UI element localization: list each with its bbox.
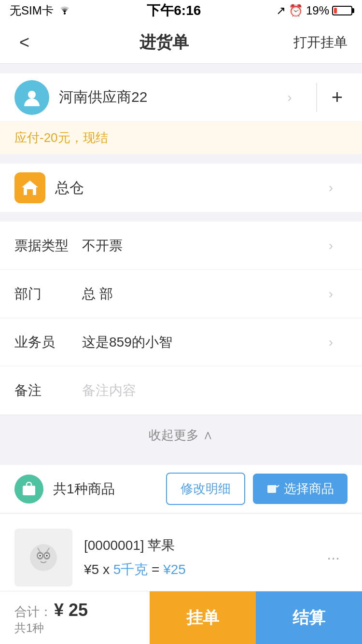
salesman-label: 业务员 xyxy=(14,333,82,351)
add-supplier-button[interactable]: + xyxy=(327,82,348,113)
status-bar: 无SIM卡 下午6:16 ↗ ⏰ 19% xyxy=(0,0,362,21)
nav-bar: < 进货单 打开挂单 xyxy=(0,21,362,64)
supplier-chevron-icon: › xyxy=(287,90,292,105)
product-name: [0000001] 苹果 xyxy=(84,536,319,555)
invoice-chevron-icon: › xyxy=(329,238,333,253)
quantity-value: 5千克 xyxy=(113,562,148,577)
select-product-button[interactable]: 选择商品 xyxy=(253,474,348,504)
back-button[interactable]: < xyxy=(14,28,34,57)
checkout-button[interactable]: 结算 xyxy=(256,591,362,644)
home-icon xyxy=(21,179,39,197)
svg-rect-2 xyxy=(27,189,33,195)
supplier-avatar xyxy=(14,80,49,115)
select-label: 选择商品 xyxy=(284,480,334,497)
status-time: 下午6:16 xyxy=(147,1,201,20)
invoice-row[interactable]: 票据类型 不开票 › xyxy=(0,222,362,270)
svg-rect-4 xyxy=(267,485,276,493)
products-count: 共1种商品 xyxy=(53,480,166,498)
collapse-button[interactable]: 收起更多 ∧ xyxy=(0,415,362,455)
modify-detail-button[interactable]: 修改明细 xyxy=(166,473,245,505)
form-section: 票据类型 不开票 › 部门 总 部 › 业务员 这是859的小智 › 备注 备注… xyxy=(0,222,362,415)
section-gap-1 xyxy=(0,64,362,73)
salesman-value: 这是859的小智 xyxy=(82,333,329,351)
svg-point-7 xyxy=(30,544,57,571)
total-amount: ¥ 25 xyxy=(54,600,88,620)
svg-rect-3 xyxy=(23,486,35,495)
product-image xyxy=(24,538,63,577)
status-right: ↗ ⏰ 19% xyxy=(276,4,352,17)
dept-label: 部门 xyxy=(14,285,82,303)
supplier-divider xyxy=(316,83,317,112)
total-label: 合计： xyxy=(14,603,52,620)
open-hang-button[interactable]: 打开挂单 xyxy=(293,33,348,52)
bottom-bar: 合计： ¥ 25 共1种 挂单 结算 xyxy=(0,591,362,644)
total-section: 合计： ¥ 25 共1种 xyxy=(0,600,150,636)
warehouse-chevron-icon: › xyxy=(329,180,333,196)
svg-point-12 xyxy=(39,555,41,557)
battery-percent: 19% xyxy=(306,4,329,17)
battery-fill xyxy=(334,8,337,14)
warehouse-icon xyxy=(14,172,45,203)
supplier-section[interactable]: 河南供应商22 › + xyxy=(0,73,362,122)
remark-row[interactable]: 备注 备注内容 xyxy=(0,366,362,415)
alert-row: 应付-20元，现结 xyxy=(0,122,362,154)
equals-sign: = xyxy=(152,562,163,577)
wifi-icon xyxy=(57,4,72,17)
warehouse-section[interactable]: 总仓 › xyxy=(0,164,362,212)
total-count: 共1种 xyxy=(14,620,135,636)
alert-text: 应付-20元，现结 xyxy=(14,130,108,145)
select-icon xyxy=(266,482,280,496)
remark-label: 备注 xyxy=(14,381,82,400)
carrier-label: 无SIM卡 xyxy=(10,3,54,18)
hang-button[interactable]: 挂单 xyxy=(150,591,256,644)
alarm-icon: ⏰ xyxy=(289,4,303,17)
svg-point-1 xyxy=(28,91,36,98)
dept-value: 总 部 xyxy=(82,285,329,303)
page-title: 进货单 xyxy=(139,31,189,54)
svg-point-0 xyxy=(64,13,66,14)
dept-row[interactable]: 部门 总 部 › xyxy=(0,270,362,318)
shopping-bag-icon xyxy=(21,481,37,497)
dept-chevron-icon: › xyxy=(329,286,333,302)
collapse-label: 收起更多 ∧ xyxy=(149,428,213,442)
remark-placeholder: 备注内容 xyxy=(82,381,348,400)
product-more-button[interactable]: ··· xyxy=(319,544,348,572)
supplier-name: 河南供应商22 xyxy=(59,87,287,107)
product-thumbnail xyxy=(14,529,72,587)
warehouse-name: 总仓 xyxy=(55,178,329,198)
product-info: [0000001] 苹果 ¥5 x 5千克 = ¥25 xyxy=(84,536,319,579)
products-header: 共1种商品 修改明细 选择商品 xyxy=(0,465,362,513)
svg-point-13 xyxy=(46,555,48,557)
price-per-unit: ¥5 x xyxy=(84,562,113,577)
invoice-label: 票据类型 xyxy=(14,237,82,255)
person-icon xyxy=(22,88,42,107)
product-price: ¥5 x 5千克 = ¥25 xyxy=(84,560,319,579)
battery-icon xyxy=(332,6,352,15)
status-left: 无SIM卡 xyxy=(10,3,72,18)
products-icon xyxy=(14,475,43,504)
invoice-value: 不开票 xyxy=(82,237,329,255)
salesman-row[interactable]: 业务员 这是859的小智 › xyxy=(0,318,362,366)
total-row: 合计： ¥ 25 xyxy=(14,600,135,620)
salesman-chevron-icon: › xyxy=(329,335,333,350)
location-icon: ↗ xyxy=(276,4,286,17)
subtotal-value: ¥25 xyxy=(163,562,186,577)
product-title: 苹果 xyxy=(148,538,175,553)
product-code: [0000001] xyxy=(84,538,148,553)
product-item: [0000001] 苹果 ¥5 x 5千克 = ¥25 ··· xyxy=(0,514,362,602)
